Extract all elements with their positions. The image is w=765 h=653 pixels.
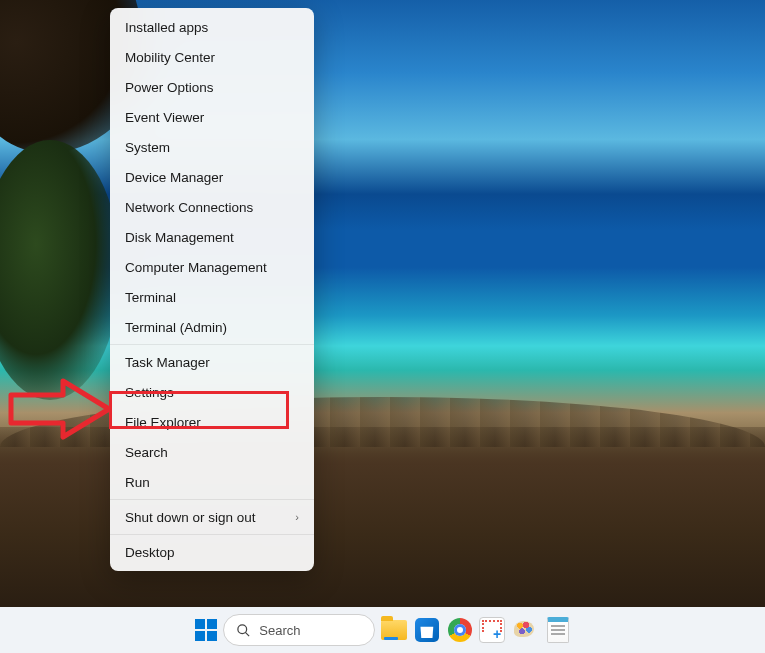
menu-item-search[interactable]: Search: [110, 437, 314, 467]
taskbar-chrome[interactable]: [446, 611, 473, 649]
taskbar-notepad[interactable]: [544, 611, 571, 649]
notepad-icon: [547, 617, 569, 643]
menu-item-label: Computer Management: [125, 260, 267, 275]
search-icon: [236, 623, 251, 638]
menu-separator: [110, 344, 314, 345]
wallpaper-decor: [0, 140, 120, 400]
menu-item-power-options[interactable]: Power Options: [110, 72, 314, 102]
palette-icon: [512, 619, 538, 641]
menu-item-label: Terminal: [125, 290, 176, 305]
menu-item-label: Device Manager: [125, 170, 223, 185]
menu-item-label: Terminal (Admin): [125, 320, 227, 335]
menu-item-device-manager[interactable]: Device Manager: [110, 162, 314, 192]
menu-separator: [110, 499, 314, 500]
menu-item-mobility-center[interactable]: Mobility Center: [110, 42, 314, 72]
store-icon: [415, 618, 439, 642]
windows-logo-icon: [195, 619, 217, 641]
menu-item-terminal-admin[interactable]: Terminal (Admin): [110, 312, 314, 342]
menu-item-system[interactable]: System: [110, 132, 314, 162]
menu-item-label: System: [125, 140, 170, 155]
taskbar-microsoft-store[interactable]: [414, 611, 441, 649]
menu-separator: [110, 534, 314, 535]
chrome-icon: [448, 618, 472, 642]
menu-item-network-connections[interactable]: Network Connections: [110, 192, 314, 222]
chevron-right-icon: ›: [295, 511, 299, 523]
menu-item-label: File Explorer: [125, 415, 201, 430]
winx-context-menu: Installed appsMobility CenterPower Optio…: [110, 8, 314, 571]
svg-line-2: [246, 632, 250, 636]
menu-item-label: Search: [125, 445, 168, 460]
taskbar-snipping-tool[interactable]: [479, 611, 506, 649]
scissors-icon: [479, 617, 505, 643]
menu-item-disk-management[interactable]: Disk Management: [110, 222, 314, 252]
svg-point-1: [238, 624, 247, 633]
menu-item-run[interactable]: Run: [110, 467, 314, 497]
taskbar-file-explorer[interactable]: [381, 611, 408, 649]
menu-item-desktop[interactable]: Desktop: [110, 537, 314, 567]
menu-item-label: Event Viewer: [125, 110, 204, 125]
menu-item-settings[interactable]: Settings: [110, 377, 314, 407]
folder-icon: [381, 620, 407, 640]
menu-item-label: Task Manager: [125, 355, 210, 370]
taskbar-search[interactable]: Search: [223, 614, 374, 646]
menu-item-label: Mobility Center: [125, 50, 215, 65]
menu-item-label: Settings: [125, 385, 174, 400]
search-placeholder: Search: [259, 623, 300, 638]
menu-item-label: Desktop: [125, 545, 175, 560]
taskbar: Search: [0, 607, 765, 653]
menu-item-shut-down-or-sign-out[interactable]: Shut down or sign out›: [110, 502, 314, 532]
menu-item-label: Power Options: [125, 80, 214, 95]
menu-item-label: Shut down or sign out: [125, 510, 256, 525]
taskbar-paint[interactable]: [512, 611, 539, 649]
start-button[interactable]: [194, 613, 217, 648]
menu-item-label: Installed apps: [125, 20, 208, 35]
menu-item-computer-management[interactable]: Computer Management: [110, 252, 314, 282]
menu-item-file-explorer[interactable]: File Explorer: [110, 407, 314, 437]
menu-item-label: Disk Management: [125, 230, 234, 245]
menu-item-label: Network Connections: [125, 200, 253, 215]
menu-item-installed-apps[interactable]: Installed apps: [110, 12, 314, 42]
menu-item-label: Run: [125, 475, 150, 490]
menu-item-event-viewer[interactable]: Event Viewer: [110, 102, 314, 132]
menu-item-terminal[interactable]: Terminal: [110, 282, 314, 312]
menu-item-task-manager[interactable]: Task Manager: [110, 347, 314, 377]
